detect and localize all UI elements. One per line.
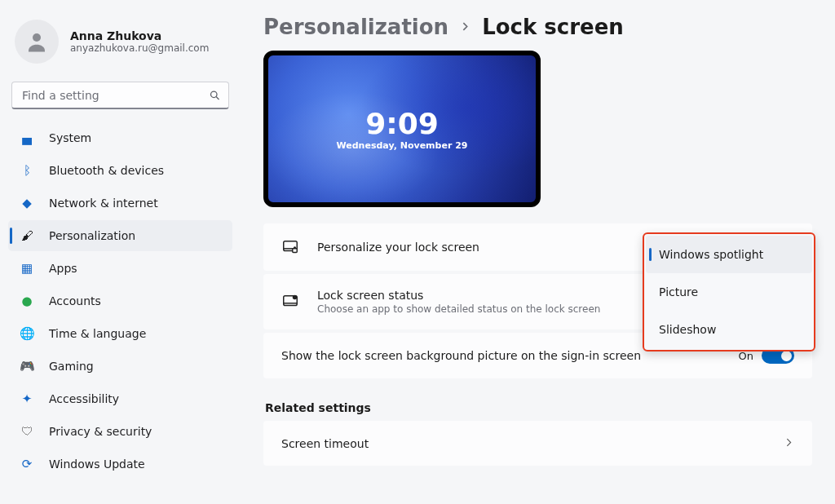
accessibility-icon: ✦ — [20, 391, 34, 406]
sidebar-item-label: Gaming — [49, 360, 94, 373]
update-icon: ⟳ — [20, 457, 34, 471]
dropdown-option-slideshow[interactable]: Slideshow — [646, 311, 812, 348]
dropdown-option-label: Windows spotlight — [659, 248, 763, 261]
sidebar-item-label: Network & internet — [49, 197, 158, 210]
profile-email: anyazhukova.ru@gmail.com — [70, 42, 209, 54]
sidebar-item-label: Accessibility — [49, 392, 119, 405]
profile-block[interactable]: Anna Zhukova anyazhukova.ru@gmail.com — [8, 10, 232, 78]
sidebar-item-gaming[interactable]: 🎮 Gaming — [8, 351, 232, 382]
dropdown-option-picture[interactable]: Picture — [646, 273, 812, 311]
svg-line-2 — [216, 97, 219, 99]
svg-point-8 — [293, 295, 296, 298]
card-subtitle: Choose an app to show detailed status on… — [317, 303, 600, 315]
chevron-right-icon — [784, 435, 794, 451]
sidebar-item-accounts[interactable]: ● Accounts — [8, 285, 232, 316]
sidebar-item-label: Privacy & security — [49, 425, 152, 438]
dropdown-option-spotlight[interactable]: Windows spotlight — [646, 236, 812, 273]
sidebar-item-privacy[interactable]: 🛡 Privacy & security — [8, 416, 232, 447]
search-input[interactable] — [11, 82, 229, 109]
sidebar-item-apps[interactable]: ▦ Apps — [8, 253, 232, 284]
sidebar-item-time-language[interactable]: 🌐 Time & language — [8, 318, 232, 349]
globe-icon: 🌐 — [20, 326, 34, 341]
sidebar-item-accessibility[interactable]: ✦ Accessibility — [8, 383, 232, 414]
avatar — [15, 20, 59, 64]
paintbrush-icon: 🖌 — [20, 228, 34, 243]
card-title: Lock screen status — [317, 289, 600, 302]
main-content: Personalization Lock screen 9:09 Wednesd… — [241, 0, 835, 504]
wifi-icon: ◆ — [20, 196, 34, 210]
svg-point-0 — [33, 33, 41, 42]
shield-icon: 🛡 — [20, 424, 34, 439]
screen-timeout-row[interactable]: Screen timeout — [263, 421, 812, 466]
preview-date: Wednesday, November 29 — [337, 140, 468, 151]
chevron-right-icon — [460, 20, 471, 35]
search-container — [11, 82, 229, 109]
card-title: Personalize your lock screen — [317, 241, 479, 254]
sidebar-item-label: Time & language — [49, 327, 146, 340]
sidebar-item-label: Bluetooth & devices — [49, 164, 164, 177]
sidebar-item-personalization[interactable]: 🖌 Personalization — [8, 220, 232, 251]
gaming-icon: 🎮 — [20, 359, 34, 374]
related-settings-header: Related settings — [265, 401, 812, 414]
preview-time: 9:09 — [365, 107, 439, 140]
nav: ▄ System ᛒ Bluetooth & devices ◆ Network… — [8, 122, 232, 480]
dropdown-option-label: Slideshow — [659, 323, 716, 336]
dropdown-option-label: Picture — [659, 285, 698, 298]
sidebar-item-label: Personalization — [49, 229, 135, 242]
personalize-dropdown[interactable]: Windows spotlight Picture Slideshow — [643, 232, 815, 351]
bluetooth-icon: ᛒ — [20, 163, 34, 178]
sidebar-item-label: Apps — [49, 262, 77, 275]
sidebar-item-label: Windows Update — [49, 458, 145, 471]
toggle-row-title: Show the lock screen background picture … — [281, 349, 641, 362]
sidebar-item-system[interactable]: ▄ System — [8, 122, 232, 153]
profile-name: Anna Zhukova — [70, 29, 209, 42]
lockscreen-preview: 9:09 Wednesday, November 29 — [263, 51, 541, 207]
search-icon — [209, 90, 221, 102]
page-title: Lock screen — [482, 15, 624, 39]
breadcrumb-parent[interactable]: Personalization — [263, 15, 448, 39]
card-title: Screen timeout — [281, 437, 369, 450]
sidebar-item-bluetooth[interactable]: ᛒ Bluetooth & devices — [8, 155, 232, 186]
sidebar: Anna Zhukova anyazhukova.ru@gmail.com ▄ … — [0, 0, 241, 504]
sidebar-item-label: System — [49, 131, 91, 144]
breadcrumb: Personalization Lock screen — [263, 15, 812, 39]
monitor-lock-icon — [281, 238, 299, 256]
svg-rect-5 — [293, 249, 298, 253]
svg-point-1 — [211, 91, 218, 98]
sidebar-item-windows-update[interactable]: ⟳ Windows Update — [8, 449, 232, 480]
sidebar-item-label: Accounts — [49, 294, 101, 307]
sidebar-item-network[interactable]: ◆ Network & internet — [8, 188, 232, 219]
apps-icon: ▦ — [20, 261, 34, 276]
user-icon — [24, 29, 49, 54]
system-icon: ▄ — [20, 130, 34, 145]
monitor-status-icon — [281, 293, 299, 311]
accounts-icon: ● — [20, 294, 34, 308]
